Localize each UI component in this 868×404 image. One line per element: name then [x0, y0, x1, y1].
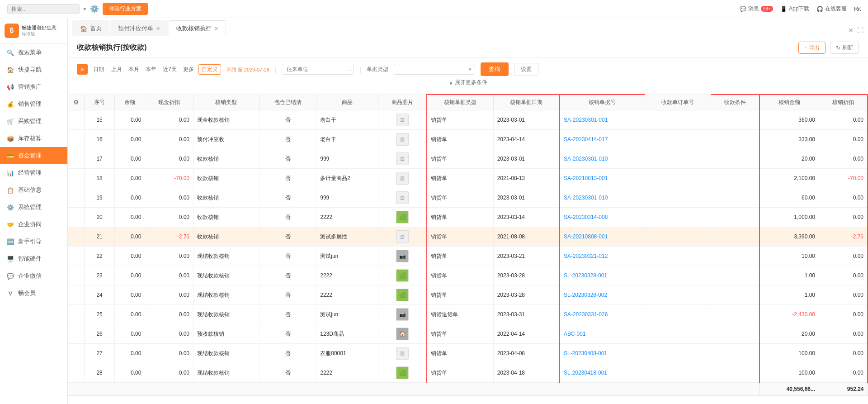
sidebar-item-basic-info[interactable]: 📋基础信息 [0, 181, 67, 199]
sidebar-item-purchase[interactable]: 🛒采购管理 [0, 113, 67, 130]
bill-no-link[interactable]: SA-20230414-017 [564, 136, 608, 143]
row-bill-no[interactable]: SA-20230321-012 [560, 247, 645, 266]
row-settings-cell [68, 344, 85, 363]
row-bill-no[interactable]: SA-20230301-001 [560, 110, 645, 130]
bill-no-link[interactable]: SA-20210808-001 [564, 233, 608, 240]
query-btn[interactable]: 查询 [481, 62, 509, 76]
row-bill-no[interactable]: SL-20230328-002 [560, 285, 645, 305]
row-bill-no[interactable]: SL-20230328-001 [560, 266, 645, 285]
filter-collapse-btn[interactable]: » [77, 64, 88, 75]
bill-no-link[interactable]: SA-20230301-001 [564, 117, 608, 123]
date-more[interactable]: 更多 [181, 65, 196, 74]
export-btn[interactable]: ↑ 导出 [798, 42, 826, 54]
bill-no-link[interactable]: SL-20230328-002 [564, 292, 607, 298]
bill-no-link[interactable]: SA-20210813-001 [564, 175, 608, 181]
table-row: 20 0.00 0.00 收款核销 否 2222 🟩 销货单 2023-03-1… [68, 208, 868, 227]
row-bill-no[interactable]: SL-20230418-001 [560, 363, 645, 383]
sidebar-item-inventory[interactable]: 📦库存核算 [0, 130, 67, 147]
bill-no-link[interactable]: SL-20230408-001 [564, 350, 607, 356]
bill-no-link[interactable]: SA-20230314-008 [564, 214, 608, 220]
row-bill-no[interactable]: ABC-001 [560, 324, 645, 344]
date-custom-btn[interactable]: 自定义 [198, 64, 221, 75]
row-bill-no[interactable]: SA-20230414-017 [560, 130, 645, 149]
row-goods: 2222 [316, 208, 378, 227]
sidebar-label-smart-hw: 智能硬件 [18, 255, 42, 263]
tab-writeoff[interactable]: 收款核销执行✕ [169, 20, 226, 36]
logo-icon: 6 [5, 24, 19, 38]
sidebar-item-guide[interactable]: 🆕新手引导 [0, 233, 67, 250]
row-goods: 测试jun [316, 305, 378, 324]
table-footer-row: 40,556,66... 952.24 [68, 383, 868, 396]
settings-btn[interactable]: 设置 [514, 63, 538, 76]
row-include-settled: 否 [259, 266, 316, 285]
bill-no-link[interactable]: ABC-001 [564, 331, 586, 337]
row-bill-no[interactable]: SA-20230314-008 [560, 208, 645, 227]
row-bill-no[interactable]: SA-20230331-026 [560, 305, 645, 324]
tab-home[interactable]: 🏠首页 [72, 20, 109, 36]
row-bill-no[interactable]: SA-20210813-001 [560, 169, 645, 188]
tab-close-prepay[interactable]: ✕ [156, 26, 160, 32]
date-this-month[interactable]: 本月 [127, 65, 141, 74]
row-bill-no[interactable]: SA-20230301-010 [560, 188, 645, 208]
tab-close-writeoff[interactable]: ✕ [214, 26, 218, 32]
bill-type-select[interactable] [394, 64, 475, 75]
sidebar-item-smart-hw[interactable]: 🖥️智能硬件 [0, 250, 67, 267]
close-tab-btn[interactable]: ✕ [848, 27, 854, 34]
sidebar-item-collab[interactable]: 🤝企业协同 [0, 216, 67, 233]
bill-no-link[interactable]: SA-20230321-012 [564, 253, 608, 259]
row-writeoff-discount: 0.00 [819, 363, 868, 383]
tab-prepay[interactable]: 预付冲应付单✕ [110, 20, 168, 36]
notification-area[interactable]: 💬 消息 99+ [740, 5, 773, 13]
sidebar-label-search: 搜索菜单 [18, 48, 42, 57]
row-settings-cell [68, 169, 85, 188]
gear-settings-icon[interactable]: ⚙️ [90, 5, 99, 13]
sidebar-item-sales[interactable]: 💰销售管理 [0, 95, 67, 113]
th-settings[interactable]: ⚙ [68, 95, 85, 110]
top-search-input[interactable] [7, 4, 80, 14]
tab-label-writeoff: 收款核销执行 [176, 24, 212, 33]
app-download-link[interactable]: 📱 App下载 [780, 5, 809, 13]
trial-btn[interactable]: 体验行业方案 [103, 3, 148, 15]
table-row: 24 0.00 0.00 现结收款核销 否 2222 🟩 销货单 2023-03… [68, 285, 868, 305]
table-container[interactable]: ⚙ 序号 余额 现金折扣 核销类型 包含已结清 商品 商品图片 核销单据类型 核… [68, 94, 868, 404]
footer-total-amount: 40,556,66... [760, 383, 819, 396]
row-bill-no[interactable]: SL-20230408-001 [560, 344, 645, 363]
row-bill-no[interactable]: SA-20230301-010 [560, 149, 645, 169]
row-writeoff-discount: 0.00 [819, 208, 868, 227]
sidebar-item-search[interactable]: 🔍搜索菜单 [0, 44, 67, 61]
from-unit-input[interactable] [282, 64, 354, 75]
expand-more-btn[interactable]: ∨ 展开更多条件 [77, 76, 859, 89]
row-bill-date: 2023-03-28 [493, 266, 560, 285]
row-bill-type: 销货单 [427, 266, 493, 285]
sidebar-item-marketing[interactable]: 📢营销推广 [0, 78, 67, 95]
row-receipt-condition [711, 247, 759, 266]
sidebar-item-vip[interactable]: V畅会员 [0, 285, 67, 302]
refresh-btn[interactable]: ↻ 刷新 [830, 42, 859, 54]
sidebar-item-finance[interactable]: 💳资金管理 [0, 147, 67, 164]
bill-no-link[interactable]: SA-20230331-026 [564, 311, 608, 318]
table-header-row: ⚙ 序号 余额 现金折扣 核销类型 包含已结清 商品 商品图片 核销单据类型 核… [68, 95, 868, 110]
bill-no-link[interactable]: SL-20230328-001 [564, 272, 607, 279]
date-last-month[interactable]: 上月 [109, 65, 124, 74]
bill-no-link[interactable]: SA-20230301-010 [564, 195, 608, 201]
sidebar-nav: 🔍搜索菜单🏠快捷导航📢营销推广💰销售管理🛒采购管理📦库存核算💳资金管理📊经营管理… [0, 44, 67, 302]
dropdown-icon[interactable]: ▾ [83, 5, 86, 12]
table-settings-icon[interactable]: ⚙ [73, 99, 79, 106]
row-bill-date: 2021-08-13 [493, 169, 560, 188]
maximize-btn[interactable]: ⛶ [857, 27, 863, 34]
sidebar-item-quick-nav[interactable]: 🏠快捷导航 [0, 61, 67, 78]
date-7days[interactable]: 近7天 [161, 65, 179, 74]
row-bill-type: 销货单 [427, 208, 493, 227]
bill-no-link[interactable]: SL-20230418-001 [564, 370, 607, 376]
online-service-link[interactable]: 🎧 在线客服 [816, 5, 847, 13]
bill-no-link[interactable]: SA-20230301-010 [564, 156, 608, 162]
sidebar-item-operations[interactable]: 📊经营管理 [0, 164, 67, 181]
sidebar-item-system[interactable]: ⚙️系统管理 [0, 199, 67, 216]
date-this-year[interactable]: 本年 [144, 65, 158, 74]
user-display[interactable]: Rit [854, 6, 861, 12]
row-goods-img: 📷 [378, 247, 427, 266]
sidebar-item-wechat[interactable]: 💬企业微信 [0, 267, 67, 285]
row-num: 19 [85, 188, 115, 208]
notification-label: 消息 [748, 5, 759, 13]
row-bill-no[interactable]: SA-20210808-001 [560, 227, 645, 247]
